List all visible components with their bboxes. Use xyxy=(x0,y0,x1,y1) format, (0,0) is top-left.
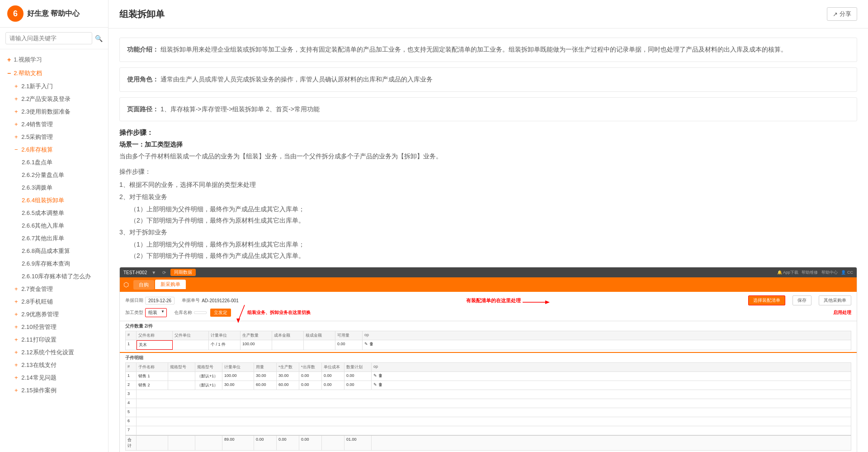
mock-form-area: 单据日期 2019-12-26 单据单号 AD-20191226-001 有装配… xyxy=(120,292,857,321)
sidebar-item-ledger-fix[interactable]: 2.6.10库存账本错了怎么办 xyxy=(0,270,108,283)
sidebar-item-purchase[interactable]: + 2.5采购管理 xyxy=(0,131,108,143)
mock-child-row-2: 2 销售 2 （默认+1） 30.00 60.00 60.00 0.00 0.0… xyxy=(125,381,851,390)
sidebar-item-assembly[interactable]: 2.6.4组装拆卸单 xyxy=(0,194,108,207)
mock-other-btn[interactable]: 其他采购单 xyxy=(819,295,851,305)
nav-list: + 1.视频学习 − 2.帮助文档 + 2.1新手入门 + 2.2产品安装及登录… xyxy=(0,49,108,452)
plus-icon: + xyxy=(14,108,18,115)
sidebar-item-print[interactable]: + 2.11打印设置 xyxy=(0,333,108,346)
mock-table-header-bottom: # 子件名称 规格型号 规格型号 计量单位 用量 *生产数 *出库数 单位成本 … xyxy=(125,362,851,372)
step3: 3、对于拆卸业务 xyxy=(119,227,857,238)
scene1-desc: 当由多个子件材料组装成一个成品的业务为【组装】业务，当由一个父件拆分成多个子产品… xyxy=(119,151,857,162)
screenshot-container: TEST-H002 ▼ ⟳ 同期数据 🔔 App下载 帮助维修 帮助中心 👤 C… xyxy=(119,267,857,452)
plus-icon: + xyxy=(14,336,18,343)
sidebar-item-install[interactable]: + 2.2产品安装及登录 xyxy=(0,93,108,105)
step2: 2、对于组装业务 xyxy=(119,191,857,203)
sidebar-item-partial-stocktake[interactable]: 2.6.2分量盘点单 xyxy=(0,169,108,181)
main-content: 组装拆卸单 ↗ 分享 功能介绍： 组装拆卸单用来处理企业组装或拆卸等加工业务，支… xyxy=(108,0,868,452)
mock-logo-icon: ⬡ xyxy=(123,281,129,288)
plus-icon: + xyxy=(14,349,18,356)
annotation-bom: 有装配清单的在这里处理 xyxy=(466,298,521,303)
role-block: 使用角色： 通常由生产人员或库管人员完成拆装业务的操作，库管人员确认原材料的出库… xyxy=(119,67,857,92)
mock-date-value[interactable]: 2019-12-26 xyxy=(145,297,175,305)
mock-ver: ▼ xyxy=(151,270,156,275)
sidebar-item-help-docs[interactable]: − 2.帮助文档 xyxy=(0,67,108,80)
red-arrow-2 xyxy=(236,305,245,323)
path-label: 页面路径： xyxy=(127,105,159,113)
sidebar-item-finance[interactable]: + 2.7资金管理 xyxy=(0,283,108,295)
plus-icon: + xyxy=(14,83,18,90)
plus-icon: + xyxy=(14,362,18,368)
plus-icon: + xyxy=(14,298,18,305)
step1: 1、根据不同的业务，选择不同单据的类型来处理 xyxy=(119,179,857,190)
mock-date-label: 单据日期 xyxy=(125,297,143,304)
mock-sync-icon: ⟳ xyxy=(162,270,166,275)
mock-warehouse-select[interactable] xyxy=(194,311,207,314)
sidebar-item-personalize[interactable]: + 2.12系统个性化设置 xyxy=(0,346,108,359)
mock-type-select[interactable]: 组装 ▼ xyxy=(145,308,167,317)
plus-icon: + xyxy=(14,95,18,102)
main-header: 组装拆卸单 ↗ 分享 xyxy=(108,0,868,29)
plus-icon: + xyxy=(14,311,18,318)
sidebar: 6 好生意 帮助中心 🔍 + 1.视频学习 − 2.帮助文档 + 2.1新手入门… xyxy=(0,0,108,452)
step2-2: （2）下部明细为子件明细，最终作为原材料生成其它出库单。 xyxy=(119,215,857,226)
sidebar-item-sales[interactable]: + 2.4销售管理 xyxy=(0,118,108,131)
step3-2: （2）下部明细为子件明细，最终作为产成品生成其它入库单。 xyxy=(119,250,857,262)
sidebar-item-faq[interactable]: + 2.14常见问题 xyxy=(0,371,108,384)
sidebar-item-operations[interactable]: + 2.10经营管理 xyxy=(0,321,108,333)
mock-app: TEST-H002 ▼ ⟳ 同期数据 🔔 App下载 帮助维修 帮助中心 👤 C… xyxy=(120,267,857,452)
mock-select-bom-btn[interactable]: 选择装配清单 xyxy=(748,295,785,305)
step2-1: （1）上部明细为父件明细，最终作为产成品生成其它入库单； xyxy=(119,204,857,215)
mock-table-header-top: # 父件名称 父件单位 计量单位 生产数量 成本金额 核成金额 可用量 op xyxy=(125,331,851,340)
sidebar-item-inventory[interactable]: − 2.6库存核算 xyxy=(0,143,108,156)
path-block: 页面路径： 1、库存核算->库存管理->组装拆卸单 2、首页->常用功能 xyxy=(119,97,857,122)
path-text: 1、库存核算->库存管理->组装拆卸单 2、首页->常用功能 xyxy=(160,105,320,113)
mock-save-btn[interactable]: 保存 xyxy=(793,295,811,305)
plus-icon: + xyxy=(7,56,11,63)
sidebar-item-stocktake[interactable]: 2.6.1盘点单 xyxy=(0,156,108,169)
logo-icon: 6 xyxy=(7,5,24,22)
plus-icon: + xyxy=(14,285,18,292)
mock-child-row-3: 3 xyxy=(125,390,851,399)
mock-upper-table: 父件数量 2/件 # 父件名称 父件单位 计量单位 生产数量 成本金额 核成金额… xyxy=(120,321,857,352)
sidebar-item-video[interactable]: + 1.视频学习 xyxy=(0,53,108,67)
sidebar-item-coupon[interactable]: + 2.9优惠券管理 xyxy=(0,308,108,321)
mock-child-row-4: 4 xyxy=(125,399,851,408)
sidebar-item-data-prep[interactable]: + 2.3使用前数据准备 xyxy=(0,105,108,118)
role-label: 使用角色： xyxy=(127,76,159,83)
sidebar-item-other-in[interactable]: 2.6.6其他入库单 xyxy=(0,219,108,232)
mock-tab-new[interactable]: 新采购单 xyxy=(155,280,186,290)
dropdown-icon: ▼ xyxy=(161,309,165,314)
function-intro-label: 功能介绍： xyxy=(127,46,159,53)
svg-line-2 xyxy=(238,305,245,321)
svg-marker-3 xyxy=(236,319,240,323)
sidebar-item-mobile[interactable]: + 2.8手机旺铺 xyxy=(0,295,108,308)
search-input[interactable] xyxy=(5,32,92,44)
mock-child-row-1: 1 销售 1 （默认+1） 100.00 30.00 30.00 0.00 0.… xyxy=(125,372,851,381)
sidebar-item-cost-recalc[interactable]: 2.6.8商品成本重算 xyxy=(0,245,108,257)
minus-icon: − xyxy=(14,146,18,153)
sidebar-item-cases[interactable]: + 2.15操作案例 xyxy=(0,384,108,397)
sidebar-item-cost-adj[interactable]: 2.6.5成本调整单 xyxy=(0,207,108,219)
function-intro-block: 功能介绍： 组装拆卸单用来处理企业组装或拆卸等加工业务，支持有固定装配清单的产品… xyxy=(119,38,857,62)
scene1-title: 场景一：加工类型选择 xyxy=(119,141,857,149)
content-area: 功能介绍： 组装拆卸单用来处理企业组装或拆卸等加工业务，支持有固定装配清单的产品… xyxy=(108,29,868,452)
role-text: 通常由生产人员或库管人员完成拆装业务的操作，库管人员确认原材料的出库和产成品的入… xyxy=(160,76,433,83)
sidebar-item-ledger-query[interactable]: 2.6.9库存账本查询 xyxy=(0,257,108,270)
plus-icon: + xyxy=(14,121,18,128)
annotation-switch: 组装业务、拆卸业务在这里切换 xyxy=(247,309,311,316)
sidebar-item-payment[interactable]: + 2.13在线支付 xyxy=(0,359,108,371)
sidebar-item-transfer[interactable]: 2.6.3调拨单 xyxy=(0,181,108,194)
mock-tab-zigou[interactable]: 自购 xyxy=(133,280,154,290)
plus-icon: + xyxy=(14,324,18,330)
share-button[interactable]: ↗ 分享 xyxy=(827,7,857,21)
minus-icon: − xyxy=(7,70,11,77)
mock-refresh-btn[interactable]: 同期数据 xyxy=(170,269,196,276)
ops-title: 操作步骤： xyxy=(119,128,857,137)
mock-parent-name[interactable]: 关木 xyxy=(137,340,173,350)
sidebar-item-newbie[interactable]: + 2.1新手入门 xyxy=(0,80,108,93)
mock-confirm-btn[interactable]: 立发定 xyxy=(210,309,231,317)
search-icon[interactable]: 🔍 xyxy=(95,35,103,42)
step3-1: （1）上部明细为父件明细，最终作为原材料生成其它出库单； xyxy=(119,239,857,250)
mock-subtype-label: 仓库名称 xyxy=(174,309,192,316)
sidebar-item-other-out[interactable]: 2.6.7其他出库单 xyxy=(0,232,108,245)
